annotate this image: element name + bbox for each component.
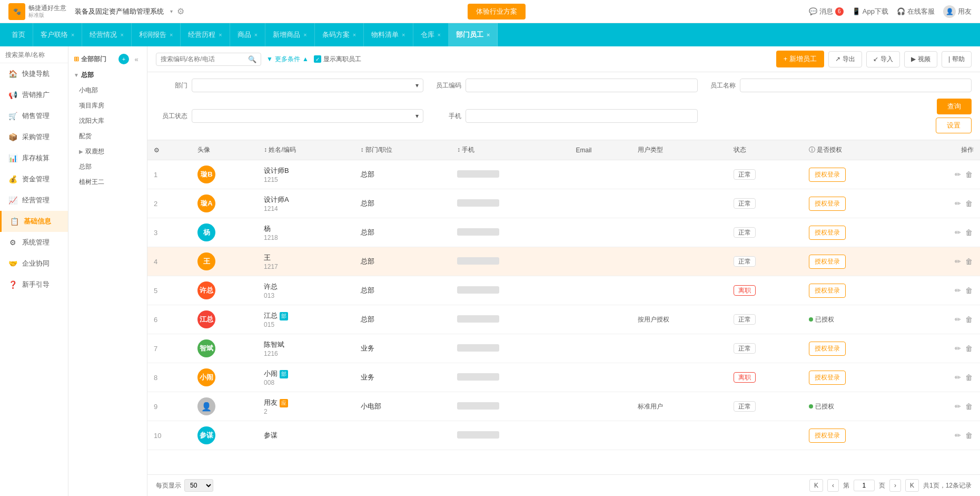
- dept-select[interactable]: ▾: [192, 79, 423, 92]
- close-icon[interactable]: ×: [353, 32, 356, 38]
- auth-login-button[interactable]: 授权登录: [809, 168, 846, 182]
- col-phone[interactable]: ↕ 手机: [451, 140, 569, 160]
- more-filter-btn[interactable]: ▼ 更多条件 ▲: [266, 55, 309, 64]
- dept-item-shuanglu[interactable]: ▶ 双鹿想: [68, 144, 147, 159]
- auth-login-button[interactable]: 授权登录: [809, 342, 846, 356]
- auth-login-button[interactable]: 授权登录: [809, 197, 846, 211]
- close-icon[interactable]: ×: [170, 32, 173, 38]
- query-button[interactable]: 查询: [937, 99, 972, 114]
- prev-page-btn[interactable]: ‹: [827, 479, 839, 492]
- auth-login-button[interactable]: 授权登录: [809, 284, 846, 298]
- show-resigned-toggle[interactable]: ✓ 显示离职员工: [314, 55, 361, 64]
- delete-button[interactable]: 🗑: [965, 199, 973, 208]
- edit-button[interactable]: ✏: [955, 402, 961, 411]
- settings-icon[interactable]: ⚙: [177, 6, 184, 16]
- edit-button[interactable]: ✏: [955, 286, 961, 295]
- delete-button[interactable]: 🗑: [965, 257, 973, 266]
- delete-button[interactable]: 🗑: [965, 170, 973, 179]
- help-button[interactable]: | 帮助: [942, 51, 972, 67]
- close-icon[interactable]: ×: [254, 32, 258, 38]
- import-button[interactable]: ↙ 导入: [866, 51, 900, 67]
- collapse-tree-btn[interactable]: «: [131, 54, 142, 64]
- delete-button[interactable]: 🗑: [965, 344, 973, 353]
- tab-home[interactable]: 首页: [4, 23, 33, 46]
- close-icon[interactable]: ×: [303, 32, 306, 38]
- set-button[interactable]: 设置: [936, 118, 972, 133]
- delete-button[interactable]: 🗑: [965, 402, 973, 411]
- tab-dept-staff[interactable]: 部门员工 ×: [449, 23, 498, 46]
- last-page-btn[interactable]: K: [905, 479, 919, 492]
- tab-barcode[interactable]: 条码方案 ×: [315, 23, 364, 46]
- delete-button[interactable]: 🗑: [965, 228, 973, 237]
- auth-login-button[interactable]: 授权登录: [809, 371, 846, 385]
- online-service-btn[interactable]: 🎧 在线客服: [897, 7, 935, 16]
- trial-button[interactable]: 体验行业方案: [468, 4, 526, 20]
- delete-button[interactable]: 🗑: [965, 373, 973, 382]
- sidebar-item-operation[interactable]: 📈 经营管理: [0, 190, 68, 211]
- export-button[interactable]: ↗ 导出: [828, 51, 862, 67]
- edit-button[interactable]: ✏: [955, 373, 961, 382]
- delete-button[interactable]: 🗑: [965, 286, 973, 295]
- add-dept-btn[interactable]: +: [118, 54, 129, 64]
- edit-button[interactable]: ✏: [955, 431, 961, 440]
- emp-status-select[interactable]: ▾: [192, 109, 423, 123]
- auth-login-button[interactable]: 授权登录: [809, 226, 846, 240]
- first-page-btn[interactable]: K: [809, 479, 823, 492]
- view-button[interactable]: ▶ 视频: [904, 51, 937, 67]
- dept-item-peihuo[interactable]: 配货: [68, 129, 147, 144]
- edit-button[interactable]: ✏: [955, 315, 961, 324]
- per-page-select[interactable]: 50 100 200: [184, 479, 213, 492]
- close-icon[interactable]: ×: [487, 32, 490, 38]
- edit-button[interactable]: ✏: [955, 344, 961, 353]
- app-download-btn[interactable]: 📱 App下载: [852, 7, 888, 16]
- emp-name-input[interactable]: [740, 79, 972, 92]
- tab-new-goods[interactable]: 新增商品 ×: [265, 23, 314, 46]
- dept-item-xiaodianbu[interactable]: 小电部: [68, 83, 147, 98]
- edit-button[interactable]: ✏: [955, 199, 961, 208]
- dept-item-project[interactable]: 项目库房: [68, 98, 147, 113]
- auth-login-button[interactable]: 授权登录: [809, 429, 846, 443]
- next-page-btn[interactable]: ›: [889, 479, 901, 492]
- sidebar-item-collab[interactable]: 🤝 企业协同: [0, 253, 68, 274]
- close-icon[interactable]: ×: [402, 32, 405, 38]
- delete-button[interactable]: 🗑: [965, 315, 973, 324]
- col-settings[interactable]: ⚙: [147, 140, 191, 160]
- close-icon[interactable]: ×: [219, 32, 222, 38]
- add-employee-button[interactable]: + 新增员工: [776, 51, 824, 67]
- edit-button[interactable]: ✏: [955, 170, 961, 179]
- sidebar-item-finance[interactable]: 💰 资金管理: [0, 169, 68, 190]
- search-input[interactable]: [161, 55, 245, 63]
- sidebar-item-guide[interactable]: ❓ 新手引导: [0, 274, 68, 295]
- tab-bom[interactable]: 物料清单 ×: [364, 23, 413, 46]
- message-btn[interactable]: 💬 消息 6: [809, 7, 844, 16]
- dept-item-zhishu[interactable]: 植树王二: [68, 174, 147, 190]
- dept-item-shenyang[interactable]: 沈阳大库: [68, 113, 147, 129]
- sidebar-item-system[interactable]: ⚙ 系统管理: [0, 232, 68, 253]
- auth-login-button[interactable]: 授权登录: [809, 255, 846, 269]
- close-icon[interactable]: ×: [438, 32, 441, 38]
- sidebar-item-marketing[interactable]: 📢 营销推广: [0, 84, 68, 105]
- emp-code-input[interactable]: [466, 79, 697, 92]
- tab-warehouse[interactable]: 仓库 ×: [413, 23, 449, 46]
- col-name[interactable]: ↕ 姓名/编码: [258, 140, 354, 160]
- delete-button[interactable]: 🗑: [965, 431, 973, 440]
- user-btn[interactable]: 👤 用友: [943, 5, 972, 18]
- close-icon[interactable]: ×: [120, 32, 123, 38]
- sidebar-item-sales[interactable]: 🛒 销售管理: [0, 105, 68, 127]
- tab-goods[interactable]: 商品 ×: [230, 23, 265, 46]
- sidebar-item-quick[interactable]: 🏠 快捷导航: [0, 63, 68, 84]
- sidebar-item-inventory[interactable]: 📊 库存核算: [0, 148, 68, 169]
- sidebar-item-basic[interactable]: 📋 基础信息: [0, 211, 68, 232]
- tab-history[interactable]: 经营历程 ×: [181, 23, 230, 46]
- dept-item-zongbu[interactable]: 总部: [68, 159, 147, 174]
- phone-input[interactable]: [466, 109, 697, 123]
- tab-profit[interactable]: 利润报告 ×: [132, 23, 181, 46]
- close-icon[interactable]: ×: [71, 32, 74, 38]
- col-dept[interactable]: ↕ 部门/职位: [354, 140, 451, 160]
- edit-button[interactable]: ✏: [955, 228, 961, 237]
- sidebar-item-purchase[interactable]: 📦 采购管理: [0, 127, 68, 148]
- page-input[interactable]: [854, 480, 875, 491]
- system-dropdown-icon[interactable]: ▾: [170, 8, 173, 14]
- tab-customer[interactable]: 客户联络 ×: [33, 23, 82, 46]
- sidebar-search-input[interactable]: [5, 51, 68, 59]
